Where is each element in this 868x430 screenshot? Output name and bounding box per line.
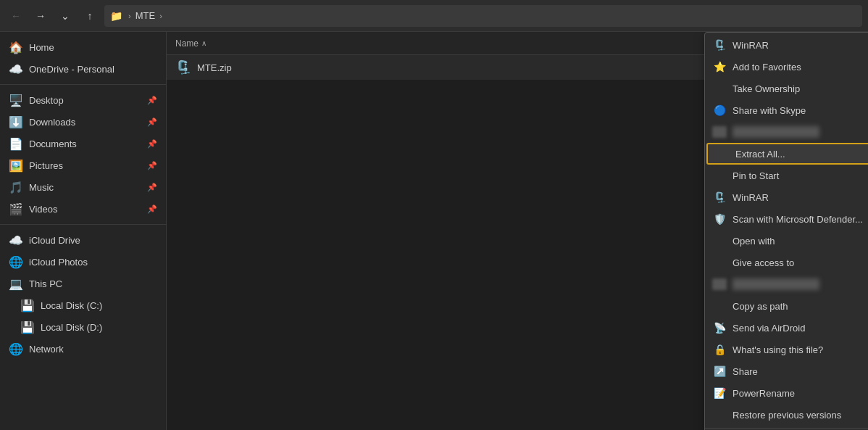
recent-locations-button[interactable]: ⌄ [55, 6, 75, 26]
menu-item-restore-versions[interactable]: Restore previous versions [705, 404, 868, 426]
menu-label-add-favorites: Add to Favorites [733, 62, 868, 73]
zip-file-icon: 🗜️ [175, 59, 191, 75]
sidebar-label-this-pc: This PC [29, 278, 157, 289]
menu-item-give-access[interactable]: Give access to › [705, 252, 868, 273]
menu-label-pin-start: Pin to Start [733, 170, 868, 181]
sidebar-item-network[interactable]: 🌐 Network [0, 338, 166, 360]
forward-button[interactable]: → [30, 6, 51, 26]
address-folder-name: MTE [135, 10, 155, 21]
blurred-icon-1 [712, 126, 727, 138]
whats-using-icon: 🔒 [712, 344, 727, 355]
sidebar-label-onedrive: OneDrive - Personal [29, 64, 157, 75]
address-chevron-2: › [159, 12, 162, 20]
sidebar-item-home[interactable]: 🏠 Home [0, 36, 166, 58]
menu-label-send-airdroid: Send via AirDroid [733, 323, 868, 334]
menu-item-share-skype[interactable]: 🔵 Share with Skype [705, 99, 868, 121]
address-bar[interactable]: 📁 › MTE › [104, 5, 862, 27]
icloud-photos-icon: 🌐 [9, 255, 23, 269]
menu-label-share: Share [733, 366, 868, 377]
menu-item-pin-start[interactable]: Pin to Start [705, 165, 868, 186]
menu-item-copy-path[interactable]: Copy as path [705, 295, 868, 317]
content-area: Name ∧ Date modified 🗜️ MTE.zip 06-May-2… [167, 32, 868, 430]
menu-item-scan-defender[interactable]: 🛡️ Scan with Microsoft Defender... [705, 208, 868, 230]
sidebar: 🏠 Home ☁️ OneDrive - Personal 🖥️ Desktop… [0, 32, 167, 430]
add-favorites-icon: ⭐ [712, 61, 727, 73]
powerrename-icon: 📝 [712, 387, 727, 399]
pictures-pin-icon: 📌 [147, 161, 157, 170]
sidebar-item-documents[interactable]: 📄 Documents 📌 [0, 133, 166, 154]
winrar-top-icon: 🗜️ [712, 39, 727, 51]
menu-item-extract-all[interactable]: Extract All... [706, 143, 868, 165]
sidebar-divider-1 [0, 84, 166, 85]
sidebar-item-icloud-photos[interactable]: 🌐 iCloud Photos [0, 251, 166, 273]
menu-label-winrar-mid: WinRAR [733, 192, 868, 203]
menu-label-winrar-top: WinRAR [733, 40, 868, 51]
documents-pin-icon: 📌 [147, 139, 157, 149]
col-name-header: Name ∧ [175, 38, 729, 49]
sidebar-item-videos[interactable]: 🎬 Videos 📌 [0, 198, 166, 220]
airdroid-icon: 📡 [712, 322, 727, 334]
music-pin-icon: 📌 [147, 183, 157, 192]
context-menu: 🗜️ WinRAR › ⭐ Add to Favorites Take Owne… [704, 32, 868, 430]
menu-label-restore-versions: Restore previous versions [733, 410, 868, 421]
menu-label-give-access: Give access to [733, 257, 868, 268]
sidebar-label-music: Music [29, 182, 141, 193]
menu-item-blurred-2 [705, 273, 868, 295]
titlebar: ← → ⌄ ↑ 📁 › MTE › [0, 0, 868, 32]
sidebar-label-desktop: Desktop [29, 95, 141, 106]
this-pc-icon: 💻 [9, 277, 23, 291]
menu-item-share[interactable]: ↗️ Share [705, 360, 868, 382]
sidebar-item-downloads[interactable]: ⬇️ Downloads 📌 [0, 111, 166, 133]
menu-item-powerrename[interactable]: 📝 PowerRename [705, 382, 868, 404]
menu-item-open-with[interactable]: Open with › [705, 230, 868, 252]
share-icon: ↗️ [712, 365, 727, 377]
winrar-mid-icon: 🗜️ [712, 191, 727, 203]
address-chevron: › [128, 12, 131, 20]
videos-pin-icon: 📌 [147, 204, 157, 214]
blurred-text-1 [733, 126, 819, 138]
downloads-icon: ⬇️ [9, 115, 23, 129]
menu-item-winrar-top[interactable]: 🗜️ WinRAR › [705, 34, 868, 56]
sidebar-item-icloud-drive[interactable]: ☁️ iCloud Drive [0, 229, 166, 251]
menu-item-take-ownership[interactable]: Take Ownership [705, 78, 868, 99]
desktop-icon: 🖥️ [9, 94, 23, 107]
icloud-drive-icon: ☁️ [9, 233, 23, 247]
folder-icon: 📁 [110, 10, 122, 22]
local-d-icon: 💾 [20, 321, 35, 334]
blurred-icon-2 [712, 278, 727, 290]
videos-icon: 🎬 [9, 202, 23, 216]
menu-item-whats-using[interactable]: 🔒 What's using this file? [705, 339, 868, 360]
sidebar-item-local-d[interactable]: 💾 Local Disk (D:) [0, 316, 166, 338]
documents-icon: 📄 [9, 137, 23, 151]
sidebar-item-music[interactable]: 🎵 Music 📌 [0, 176, 166, 198]
defender-icon: 🛡️ [712, 213, 727, 225]
sidebar-label-downloads: Downloads [29, 117, 141, 128]
home-icon: 🏠 [9, 41, 23, 54]
menu-item-blurred-1 [705, 121, 868, 143]
desktop-pin-icon: 📌 [147, 96, 157, 105]
network-icon: 🌐 [9, 342, 23, 356]
music-icon: 🎵 [9, 181, 23, 194]
onedrive-icon: ☁️ [9, 62, 23, 76]
sidebar-item-local-c[interactable]: 💾 Local Disk (C:) [0, 294, 166, 316]
sidebar-label-network: Network [29, 344, 157, 355]
menu-item-add-favorites[interactable]: ⭐ Add to Favorites [705, 56, 868, 78]
menu-label-whats-using: What's using this file? [733, 344, 868, 355]
sidebar-label-pictures: Pictures [29, 160, 141, 171]
sidebar-label-videos: Videos [29, 204, 141, 215]
blurred-text-2 [733, 278, 819, 290]
sidebar-item-onedrive[interactable]: ☁️ OneDrive - Personal [0, 58, 166, 80]
sidebar-label-icloud-drive: iCloud Drive [29, 235, 157, 246]
sidebar-item-pictures[interactable]: 🖼️ Pictures 📌 [0, 154, 166, 176]
menu-item-send-airdroid[interactable]: 📡 Send via AirDroid › [705, 317, 868, 339]
sidebar-item-desktop[interactable]: 🖥️ Desktop 📌 [0, 89, 166, 111]
up-button[interactable]: ↑ [80, 6, 100, 26]
skype-icon: 🔵 [712, 104, 727, 116]
file-name-label: MTE.zip [197, 62, 729, 73]
menu-label-extract-all: Extract All... [735, 149, 868, 160]
back-button[interactable]: ← [6, 6, 26, 26]
sidebar-item-this-pc[interactable]: 💻 This PC [0, 273, 166, 294]
menu-label-open-with: Open with [733, 236, 868, 247]
menu-label-scan-defender: Scan with Microsoft Defender... [733, 214, 868, 225]
menu-item-winrar-mid[interactable]: 🗜️ WinRAR › [705, 186, 868, 208]
